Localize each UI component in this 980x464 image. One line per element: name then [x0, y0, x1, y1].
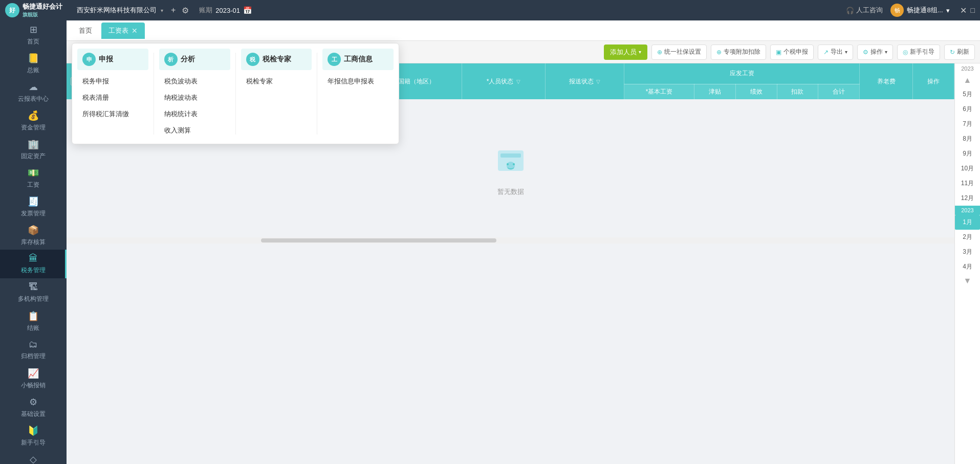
sidebar-item-archive[interactable]: 🗂 归档管理: [0, 336, 67, 364]
month-3[interactable]: 3月: [955, 245, 980, 259]
company-selector[interactable]: 西安虾米网络科技有限公司 ▾: [77, 6, 163, 15]
empty-text: 暂无数据: [497, 187, 524, 196]
special-deduct-icon: ⊕: [716, 49, 722, 56]
svg-point-3: [507, 163, 509, 165]
add-person-arrow-icon: ▾: [639, 49, 641, 55]
sidebar-item-tax[interactable]: 🏛 税务管理: [0, 250, 67, 278]
right-sidebar-up-arrow[interactable]: ▲: [962, 74, 974, 87]
sidebar-item-assets[interactable]: 🏢 固定资产: [0, 135, 67, 164]
dropdown-item-tax-expert[interactable]: 税检专家: [241, 73, 312, 90]
export-button[interactable]: ↗ 导出 ▾: [818, 45, 853, 60]
closing-icon: 📋: [28, 311, 39, 322]
month-8[interactable]: 8月: [955, 131, 980, 146]
sidebar-item-cloud-report[interactable]: ☁ 云报表中心: [0, 78, 67, 106]
tab-home-label: 首页: [79, 26, 92, 35]
month-7[interactable]: 7月: [955, 117, 980, 131]
tab-payroll[interactable]: 工资表 ✕: [101, 23, 145, 39]
month-12[interactable]: 12月: [955, 191, 980, 206]
month-4[interactable]: 4月: [955, 259, 980, 274]
special-deduct-button[interactable]: ⊕ 专项附加扣除: [711, 45, 766, 60]
new-guide-label: 新手引导: [910, 48, 934, 56]
period-value: 2023-01: [215, 7, 240, 14]
add-person-label: 添加人员: [610, 48, 637, 57]
report-status-filter-icon[interactable]: ▽: [596, 79, 600, 84]
sidebar-item-fund[interactable]: 💰 资金管理: [0, 106, 67, 135]
sidebar-item-ledger[interactable]: 📒 总账: [0, 49, 67, 78]
sidebar-item-xiao-report[interactable]: 📈 小畅报销: [0, 364, 67, 393]
dropdown-item-income-sim[interactable]: 收入测算: [159, 122, 230, 139]
tab-bar: 首页 工资表 ✕: [67, 20, 980, 41]
sidebar-item-inventory[interactable]: 📦 库存核算: [0, 221, 67, 250]
inventory-icon: 📦: [28, 225, 39, 236]
month-9[interactable]: 9月: [955, 146, 980, 161]
right-sidebar-down-arrow[interactable]: ▼: [962, 274, 974, 288]
settings-side-icon: ⚙: [29, 396, 37, 408]
dropdown-item-tax-burden[interactable]: 税负波动表: [159, 73, 230, 90]
new-guide-icon: ◎: [903, 49, 908, 56]
header-base-salary: *基本工资: [624, 84, 694, 99]
month-10[interactable]: 10月: [955, 161, 980, 176]
empty-icon: [490, 140, 531, 181]
window-close-icon[interactable]: ✕: [960, 6, 967, 15]
sidebar-item-guide[interactable]: 🔰 新手引导: [0, 422, 67, 450]
operation-button[interactable]: ⚙ 操作 ▾: [857, 45, 893, 60]
header-salary-group: 应发工资: [624, 63, 860, 84]
settings-icon[interactable]: ⚙: [182, 6, 189, 15]
add-icon[interactable]: +: [171, 6, 176, 15]
user-info[interactable]: 畅 畅捷通8组... ▾: [890, 4, 949, 17]
sidebar-item-home[interactable]: ⊞ 首页: [0, 20, 67, 49]
person-status-filter-icon[interactable]: ▽: [516, 79, 520, 84]
month-1[interactable]: 1月: [955, 215, 980, 230]
shuijian-col-title: 税检专家: [263, 55, 291, 64]
right-sidebar-year-top: 2023: [960, 63, 974, 74]
sidebar-item-invoice[interactable]: 🧾 发票管理: [0, 192, 67, 221]
dropdown-item-annual-report[interactable]: 年报信息申报表: [322, 73, 394, 90]
social-security-button[interactable]: ⊕ 统一社保设置: [651, 45, 707, 60]
ledger-icon: 📒: [28, 53, 39, 64]
period-selector[interactable]: 账期 2023-01 📅: [199, 6, 252, 15]
tab-close-icon[interactable]: ✕: [132, 27, 138, 35]
sidebar-item-payroll[interactable]: 💵 工资: [0, 164, 67, 192]
special-deduct-label: 专项附加扣除: [724, 48, 760, 56]
company-dropdown-arrow[interactable]: ▾: [161, 8, 163, 13]
dropdown-item-tax-filing[interactable]: 税务申报: [77, 73, 148, 90]
dropdown-item-tax-stat[interactable]: 纳税统计表: [159, 106, 230, 122]
fenxi-col-title: 分析: [181, 55, 195, 64]
add-person-button[interactable]: 添加人员 ▾: [604, 45, 647, 60]
refresh-button[interactable]: ↻ 刷新: [944, 45, 975, 60]
member-icon: ◇: [30, 454, 37, 465]
sidebar-item-settings[interactable]: ⚙ 基础设置: [0, 393, 67, 422]
dropdown-item-income-tax[interactable]: 所得税汇算清缴: [77, 106, 148, 122]
social-security-label: 统一社保设置: [664, 48, 701, 56]
sidebar-item-closing[interactable]: 📋 结账: [0, 307, 67, 336]
fund-icon: 💰: [28, 110, 39, 121]
dropdown-item-tax-table[interactable]: 税表清册: [77, 90, 148, 106]
header-deduct: 扣款: [777, 84, 818, 99]
user-dropdown-arrow[interactable]: ▾: [946, 7, 950, 14]
multi-org-icon: 🏗: [29, 282, 38, 293]
dropdown-item-tax-wave[interactable]: 纳税波动表: [159, 90, 230, 106]
sidebar-item-member[interactable]: ◇ 畅会员: [0, 450, 67, 464]
shuijian-col-icon: 税: [246, 53, 259, 66]
shenbao-col-icon: 申: [82, 53, 96, 66]
invoice-icon: 🧾: [28, 196, 39, 207]
month-2[interactable]: 2月: [955, 230, 980, 245]
personal-tax-label: 个税申报: [783, 48, 808, 56]
month-11[interactable]: 11月: [955, 176, 980, 191]
service-btn[interactable]: 🎧 人工咨询: [846, 6, 883, 15]
header-report-status: 报送状态 ▽: [545, 63, 624, 99]
header-person-status: *人员状态 ▽: [462, 63, 545, 99]
window-maximize-icon[interactable]: □: [971, 6, 975, 14]
period-calendar-icon[interactable]: 📅: [243, 6, 252, 14]
month-6[interactable]: 6月: [955, 102, 980, 117]
personal-tax-button[interactable]: ▣ 个税申报: [770, 45, 814, 60]
tab-home[interactable]: 首页: [72, 23, 99, 39]
sidebar-item-multi-org[interactable]: 🏗 多机构管理: [0, 278, 67, 307]
app-name: 畅捷通好会计: [23, 2, 62, 11]
xiao-icon: 📈: [28, 368, 39, 379]
tab-payroll-label: 工资表: [108, 26, 128, 35]
h-scrollbar[interactable]: [67, 237, 954, 244]
h-scrollbar-thumb[interactable]: [261, 238, 496, 242]
month-5[interactable]: 5月: [955, 87, 980, 102]
new-guide-button[interactable]: ◎ 新手引导: [897, 45, 940, 60]
